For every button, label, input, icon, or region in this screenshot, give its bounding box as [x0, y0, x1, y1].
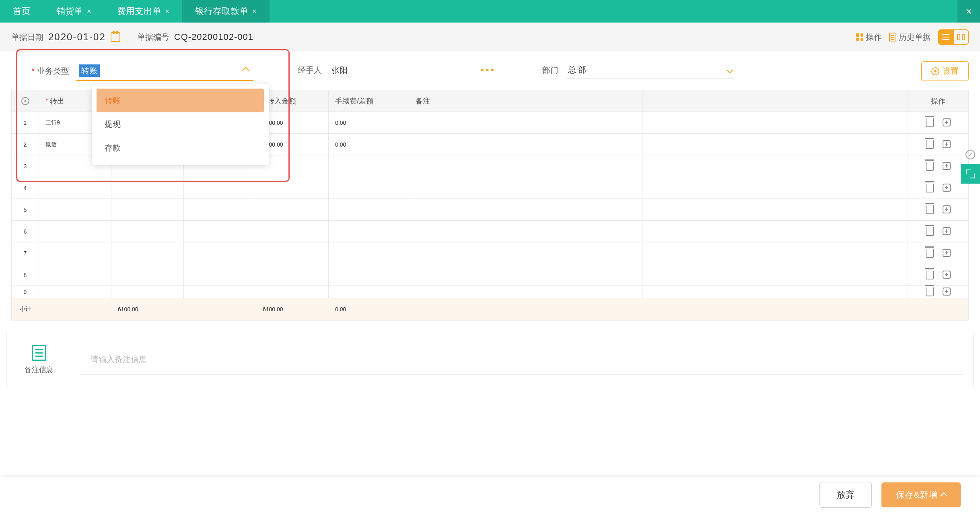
- col-remark: 备注: [409, 90, 642, 112]
- more-icon[interactable]: •••: [481, 64, 496, 76]
- dropdown-option-withdraw[interactable]: 提现: [97, 112, 264, 136]
- copy-icon[interactable]: [943, 118, 951, 126]
- table-row: 8: [12, 264, 968, 286]
- dropdown-option-deposit[interactable]: 存款: [97, 136, 264, 160]
- copy-icon[interactable]: [943, 140, 951, 148]
- row-index: 2: [12, 134, 39, 155]
- cell-spacer: [642, 134, 908, 155]
- required-marker: *: [31, 66, 35, 76]
- history-label: 历史单据: [899, 32, 931, 43]
- close-icon[interactable]: ×: [165, 7, 170, 16]
- close-icon[interactable]: ×: [252, 7, 257, 16]
- dept-select[interactable]: 总 部: [566, 61, 735, 79]
- card-view-button[interactable]: [953, 29, 969, 45]
- col-remark-label: 备注: [416, 96, 430, 106]
- row-index: 7: [12, 242, 39, 264]
- biztype-selected-value: 转账: [79, 64, 100, 77]
- delete-icon[interactable]: [926, 249, 934, 258]
- cell-remark[interactable]: [409, 112, 642, 133]
- column-settings[interactable]: [12, 90, 39, 112]
- fullscreen-button[interactable]: [961, 164, 980, 184]
- cell-fee[interactable]: 0.00: [329, 112, 409, 133]
- delete-icon[interactable]: [926, 271, 934, 279]
- date-label: 单据日期: [11, 32, 43, 43]
- delete-icon[interactable]: [926, 118, 934, 127]
- settings-button[interactable]: 设置: [921, 61, 969, 81]
- copy-icon[interactable]: [943, 249, 951, 257]
- copy-icon[interactable]: [943, 288, 951, 296]
- tab-expense[interactable]: 费用支出单×: [104, 0, 183, 23]
- note-icon: [32, 345, 46, 361]
- subtotal-row: 小计 6100.00 6100.00 0.00: [12, 298, 968, 320]
- subtotal-fee: 0.00: [329, 298, 409, 320]
- table-row: 6: [12, 221, 968, 242]
- row-index: 8: [12, 264, 39, 285]
- chevron-down-icon: [726, 66, 733, 73]
- tab-sales[interactable]: 销货单×: [43, 0, 104, 23]
- cell-actions: [908, 155, 968, 177]
- delete-icon[interactable]: [926, 140, 934, 149]
- list-view-button[interactable]: [938, 29, 953, 45]
- table-row: 5: [12, 199, 968, 221]
- copy-icon[interactable]: [943, 205, 951, 213]
- remarks-input[interactable]: 请输入备注信息: [81, 344, 964, 375]
- view-toggle: [938, 29, 969, 45]
- delete-icon[interactable]: [926, 227, 934, 236]
- biztype-label: 业务类型: [37, 66, 69, 77]
- tab-home-label: 首页: [13, 5, 31, 17]
- expand-icon: [966, 170, 975, 178]
- history-link[interactable]: 历史单据: [889, 32, 931, 43]
- copy-icon[interactable]: [943, 271, 951, 279]
- delete-icon[interactable]: [926, 184, 934, 192]
- field-biztype: * 业务类型 转账 转账 提现 存款: [31, 61, 253, 81]
- handler-input[interactable]: 张阳 •••: [329, 61, 498, 79]
- subtotal-out: 6100.00: [111, 298, 184, 320]
- remarks-label-block: 备注信息: [7, 332, 71, 387]
- form-row: * 业务类型 转账 转账 提现 存款 经手人 张阳 ••• 部门 总 部: [11, 61, 969, 81]
- cell-remark[interactable]: [409, 134, 642, 155]
- cell-actions: [908, 286, 968, 298]
- operations-label: 操作: [866, 32, 882, 43]
- settings-label: 设置: [943, 66, 959, 77]
- save-and-new-button[interactable]: 保存&新增: [881, 482, 961, 507]
- delete-icon[interactable]: [926, 205, 934, 214]
- col-fee: 手续费/差额: [329, 90, 409, 112]
- cell-spacer: [642, 112, 908, 133]
- operations-link[interactable]: 操作: [856, 32, 882, 43]
- table-row: 9: [12, 286, 968, 298]
- cell-actions: [908, 134, 968, 155]
- attachment-button[interactable]: [961, 145, 980, 164]
- subtotal-in: 6100.00: [256, 298, 329, 320]
- sub-header: 单据日期 2020-01-02 单据编号 CQ-20200102-001 操作 …: [0, 23, 980, 52]
- cell-actions: [908, 177, 968, 199]
- tab-home[interactable]: 首页: [0, 0, 43, 23]
- dropdown-option-transfer[interactable]: 转账: [97, 89, 264, 112]
- cell-actions: [908, 112, 968, 133]
- copy-icon[interactable]: [943, 227, 951, 235]
- cell-fee[interactable]: 0.00: [329, 134, 409, 155]
- side-toolbar: [961, 145, 980, 184]
- calendar-icon[interactable]: [111, 32, 120, 42]
- tab-bank[interactable]: 银行存取款单×: [182, 0, 270, 23]
- dept-value: 总 部: [568, 64, 587, 75]
- field-handler: 经手人 张阳 •••: [298, 61, 498, 79]
- copy-icon[interactable]: [943, 162, 951, 170]
- date-value[interactable]: 2020-01-02: [48, 31, 106, 43]
- gear-icon: [21, 97, 29, 105]
- delete-icon[interactable]: [926, 288, 934, 296]
- top-tab-bar: 首页 销货单× 费用支出单× 银行存取款单× ×: [0, 0, 980, 23]
- row-index: 9: [12, 286, 39, 298]
- cell-actions: [908, 221, 968, 242]
- close-icon[interactable]: ×: [87, 7, 91, 16]
- link-icon: [964, 148, 977, 161]
- chevron-up-icon: [242, 67, 250, 75]
- copy-icon[interactable]: [943, 184, 951, 192]
- table-row: 4: [12, 177, 968, 199]
- handler-label: 经手人: [298, 65, 322, 76]
- biztype-select[interactable]: 转账: [76, 61, 253, 81]
- remarks-label: 备注信息: [25, 365, 54, 374]
- cards-icon: [957, 34, 965, 40]
- delete-icon[interactable]: [926, 162, 934, 171]
- window-close-button[interactable]: ×: [957, 0, 980, 23]
- discard-button[interactable]: 放弃: [819, 482, 872, 508]
